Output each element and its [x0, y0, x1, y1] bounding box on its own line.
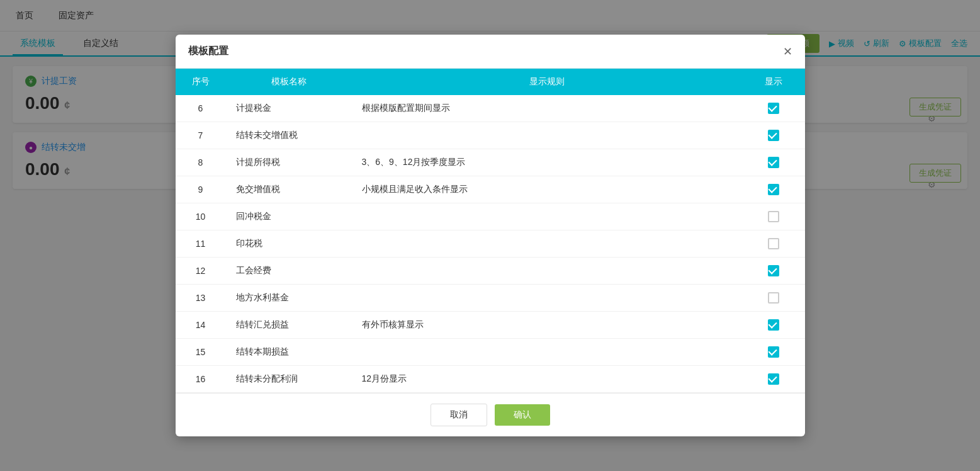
cell-id: 8 [176, 149, 226, 176]
cell-rule [352, 339, 742, 366]
table-row: 9免交增值税小规模且满足收入条件显示 [176, 176, 805, 203]
table-row: 6计提税金根据模版配置期间显示 [176, 95, 805, 122]
checkbox-7[interactable] [768, 130, 779, 141]
table-row: 8计提所得税3、6、9、12月按季度显示 [176, 149, 805, 176]
table-header-row: 序号 模板名称 显示规则 显示 [176, 69, 805, 95]
cell-checkbox [742, 285, 805, 312]
cell-rule [352, 122, 742, 149]
cell-id: 13 [176, 285, 226, 312]
cell-checkbox [742, 176, 805, 203]
table-row: 14结转汇兑损益有外币核算显示 [176, 312, 805, 339]
cell-id: 11 [176, 230, 226, 258]
col-header-show: 显示 [742, 69, 805, 95]
table-row: 10回冲税金 [176, 203, 805, 230]
cell-checkbox [742, 339, 805, 366]
cell-id: 14 [176, 312, 226, 339]
checkbox-12[interactable] [768, 265, 779, 276]
checkbox-9[interactable] [768, 184, 779, 195]
cell-name: 回冲税金 [226, 203, 352, 230]
modal-header: 模板配置 ✕ [176, 35, 805, 69]
cell-checkbox [742, 312, 805, 339]
checkbox-6[interactable] [768, 103, 779, 114]
cell-name: 计提税金 [226, 95, 352, 122]
checkbox-16[interactable] [768, 373, 779, 385]
template-config-modal: 模板配置 ✕ 序号 模板名称 显示规则 显示 6计提税金根据模版配置期间显示7结… [176, 35, 805, 436]
cell-checkbox [742, 230, 805, 258]
confirm-button[interactable]: 确认 [495, 404, 550, 426]
cell-checkbox [742, 95, 805, 122]
cell-id: 12 [176, 258, 226, 285]
cell-name: 印花税 [226, 230, 352, 258]
table-row: 12工会经费 [176, 258, 805, 285]
modal-overlay: 模板配置 ✕ 序号 模板名称 显示规则 显示 6计提税金根据模版配置期间显示7结… [0, 0, 980, 471]
checkbox-11[interactable] [768, 238, 779, 249]
cell-checkbox [742, 258, 805, 285]
cell-name: 计提所得税 [226, 149, 352, 176]
table-row: 7结转未交增值税 [176, 122, 805, 149]
modal-footer: 取消 确认 [176, 393, 805, 436]
cell-name: 地方水利基金 [226, 285, 352, 312]
cell-name: 结转未交增值税 [226, 122, 352, 149]
checkbox-8[interactable] [768, 157, 779, 168]
cell-rule: 有外币核算显示 [352, 312, 742, 339]
cell-name: 结转未分配利润 [226, 366, 352, 393]
table-body: 6计提税金根据模版配置期间显示7结转未交增值税8计提所得税3、6、9、12月按季… [176, 95, 805, 393]
cell-id: 6 [176, 95, 226, 122]
cell-rule: 12月份显示 [352, 366, 742, 393]
cancel-button[interactable]: 取消 [431, 404, 487, 426]
cell-name: 工会经费 [226, 258, 352, 285]
cell-checkbox [742, 366, 805, 393]
col-header-name: 模板名称 [226, 69, 352, 95]
modal-title: 模板配置 [188, 45, 228, 58]
table-row: 11印花税 [176, 230, 805, 258]
cell-id: 7 [176, 122, 226, 149]
cell-id: 15 [176, 339, 226, 366]
col-header-id: 序号 [176, 69, 226, 95]
table-row: 16结转未分配利润12月份显示 [176, 366, 805, 393]
cell-id: 16 [176, 366, 226, 393]
cell-id: 10 [176, 203, 226, 230]
cell-checkbox [742, 122, 805, 149]
table-row: 15结转本期损益 [176, 339, 805, 366]
cell-rule: 根据模版配置期间显示 [352, 95, 742, 122]
checkbox-10[interactable] [768, 211, 779, 222]
cell-rule [352, 230, 742, 258]
checkbox-15[interactable] [768, 346, 779, 358]
table-row: 13地方水利基金 [176, 285, 805, 312]
close-icon[interactable]: ✕ [783, 46, 792, 57]
checkbox-14[interactable] [768, 319, 779, 331]
config-table: 序号 模板名称 显示规则 显示 6计提税金根据模版配置期间显示7结转未交增值税8… [176, 69, 805, 393]
cell-rule: 小规模且满足收入条件显示 [352, 176, 742, 203]
col-header-rule: 显示规则 [352, 69, 742, 95]
cell-name: 结转本期损益 [226, 339, 352, 366]
modal-body: 序号 模板名称 显示规则 显示 6计提税金根据模版配置期间显示7结转未交增值税8… [176, 69, 805, 393]
cell-name: 免交增值税 [226, 176, 352, 203]
cell-rule [352, 203, 742, 230]
cell-rule [352, 258, 742, 285]
cell-id: 9 [176, 176, 226, 203]
cell-checkbox [742, 149, 805, 176]
cell-checkbox [742, 203, 805, 230]
cell-rule [352, 285, 742, 312]
checkbox-13[interactable] [768, 292, 779, 304]
cell-name: 结转汇兑损益 [226, 312, 352, 339]
cell-rule: 3、6、9、12月按季度显示 [352, 149, 742, 176]
